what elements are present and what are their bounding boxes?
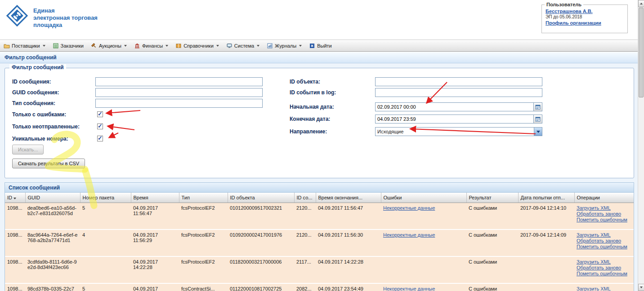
cell-end-time: 04.09.2017 14:22:28 bbox=[316, 256, 381, 283]
chevron-down-icon bbox=[537, 131, 540, 133]
menu-label: Система bbox=[234, 43, 254, 48]
reprocess-link[interactable]: Обработать заново bbox=[577, 211, 631, 217]
message-id-input[interactable] bbox=[95, 77, 263, 86]
unsent-only-checkbox[interactable] bbox=[97, 123, 103, 129]
content-area: Фильтр сообщений ID сообщения: GUID сооб… bbox=[0, 63, 638, 291]
unique-numbers-label: Уникальные номера: bbox=[12, 134, 68, 143]
load-xml-link[interactable]: Загрузить XML bbox=[577, 205, 631, 211]
load-xml-link[interactable]: Загрузить XML bbox=[577, 259, 631, 265]
scroll-down-button[interactable] bbox=[638, 284, 644, 291]
cell-object-id: 0112200010817002725 bbox=[228, 283, 294, 291]
calendar-icon[interactable] bbox=[533, 115, 542, 123]
end-date-field bbox=[375, 115, 542, 123]
mark-error-link[interactable]: Пометить ошибочным bbox=[577, 244, 631, 250]
menu-customers[interactable]: Заказчики bbox=[53, 43, 84, 49]
errors-only-checkbox[interactable] bbox=[97, 111, 103, 117]
object-id-input[interactable] bbox=[375, 77, 542, 86]
message-type-label: Тип сообщения: bbox=[12, 99, 55, 108]
reprocess-link[interactable]: Обработать заново bbox=[577, 265, 631, 271]
error-details-link[interactable]: Некорректные данные bbox=[383, 232, 435, 238]
vertical-scrollbar[interactable] bbox=[638, 0, 644, 291]
cell-type: fcsProtocolEF2 bbox=[179, 229, 228, 256]
end-date-input[interactable] bbox=[375, 115, 533, 123]
dropdown-button[interactable] bbox=[534, 128, 542, 136]
direction-value: Исходящие bbox=[376, 128, 534, 136]
direction-select[interactable]: Исходящие bbox=[375, 127, 542, 136]
menu-label: Выйти bbox=[317, 43, 332, 48]
col-errors[interactable]: Ошибки bbox=[381, 193, 466, 203]
results-panel: Список сообщений ID GUID Номер пакета Вр… bbox=[4, 182, 634, 291]
menu-label: Журналы bbox=[275, 43, 296, 48]
main-menu: Поставщики Заказчики Аукционы Финансы Сп… bbox=[0, 40, 638, 52]
col-attempt[interactable]: Дата попытки отп... bbox=[518, 193, 574, 203]
message-guid-input[interactable] bbox=[95, 88, 263, 97]
errors-only-label: Только с ошибками: bbox=[12, 110, 66, 119]
cell-attempt bbox=[518, 256, 574, 283]
menu-finance[interactable]: Финансы bbox=[134, 43, 168, 49]
calendar-icon[interactable] bbox=[533, 102, 542, 111]
menu-journals[interactable]: Журналы bbox=[267, 43, 302, 49]
scrollbar-thumb[interactable] bbox=[639, 8, 644, 97]
cell-packet: 4 bbox=[80, 229, 131, 256]
user-panel-legend: Пользователь bbox=[545, 2, 583, 7]
col-type[interactable]: Тип bbox=[179, 193, 228, 203]
object-id-label: ID объекта: bbox=[290, 77, 320, 86]
message-type-input[interactable] bbox=[95, 99, 263, 108]
cell-time: 04.09.2017 14:22:28 bbox=[131, 256, 179, 283]
col-time[interactable]: Время bbox=[131, 193, 179, 203]
mark-error-link[interactable]: Пометить ошибочным bbox=[577, 271, 631, 277]
cell-id: 1098... bbox=[5, 229, 25, 256]
log-event-id-input[interactable] bbox=[375, 88, 542, 97]
load-xml-link[interactable]: Загрузить XML bbox=[577, 232, 631, 238]
cell-id: 1098... bbox=[5, 203, 25, 229]
col-end-time[interactable]: Время окончания... bbox=[316, 193, 381, 203]
menu-auctions[interactable]: Аукционы bbox=[91, 43, 127, 49]
menu-references[interactable]: Справочники bbox=[175, 43, 219, 49]
cell-result: С ошибками bbox=[466, 203, 518, 229]
cell-attempt: 2017-09-04 12:14:09 bbox=[518, 229, 574, 256]
cell-guid: 3cdfda9b-8111-6d6e-9e2d-8d34f423ec66 bbox=[25, 256, 80, 283]
scroll-up-button[interactable] bbox=[638, 0, 644, 7]
cell-object-id: 0109200002417001976 bbox=[228, 229, 294, 256]
download-csv-button[interactable]: Скачать результаты в CSV bbox=[12, 159, 85, 168]
end-date-label: Конечная дата: bbox=[290, 115, 330, 123]
cell-type: fcsProtocolEF2 bbox=[179, 203, 228, 229]
start-date-input[interactable] bbox=[375, 102, 533, 111]
search-button[interactable]: Искать... bbox=[12, 145, 44, 154]
error-details-link[interactable]: Некорректные данные bbox=[383, 205, 435, 211]
chevron-down-icon bbox=[257, 45, 259, 47]
col-guid[interactable]: GUID bbox=[25, 193, 80, 203]
load-xml-link[interactable]: Загрузить XML bbox=[577, 286, 631, 291]
user-name-link[interactable]: Бесстрашнова А.В. bbox=[546, 9, 624, 14]
menu-label: Аукционы bbox=[99, 43, 121, 48]
unique-numbers-checkbox[interactable] bbox=[97, 136, 103, 141]
mark-error-link[interactable]: Пометить ошибочным bbox=[577, 217, 631, 223]
col-id[interactable]: ID bbox=[5, 193, 25, 203]
col-result[interactable]: Результат bbox=[466, 193, 518, 203]
cell-type: fcsProtocolEF2 bbox=[179, 256, 228, 283]
org-profile-link[interactable]: Профиль организации bbox=[546, 20, 624, 26]
reprocess-link[interactable]: Обработать заново bbox=[577, 238, 631, 244]
cell-result: С ошибками bbox=[466, 256, 518, 283]
table-row: 1098... dea0bed6-ea10-a56d-b2c7-e831d326… bbox=[5, 203, 634, 229]
col-packet[interactable]: Номер пакета bbox=[80, 193, 131, 203]
menu-label: Заказчики bbox=[61, 43, 84, 48]
chevron-down-icon bbox=[124, 45, 127, 47]
table-row: 1098... 8ac9644a-7264-e6ef-e768-a2b2a774… bbox=[5, 229, 634, 256]
cell-packet: 5 bbox=[80, 283, 131, 291]
menu-system[interactable]: Система bbox=[226, 43, 259, 49]
menu-suppliers[interactable]: Поставщики bbox=[4, 43, 45, 49]
col-object-id[interactable]: ID объекта bbox=[228, 193, 294, 203]
cell-object-id: 0101200009517002321 bbox=[228, 203, 294, 229]
error-details-link[interactable]: Некорректные данные bbox=[383, 286, 435, 291]
message-id-label: ID сообщения: bbox=[12, 77, 51, 86]
cell-operations: Загрузить XML Обработать заново Пометить… bbox=[574, 229, 634, 256]
menu-logout[interactable]: Выйти bbox=[309, 43, 332, 49]
menu-label: Поставщики bbox=[12, 43, 40, 48]
platform-logo-icon[interactable] bbox=[4, 3, 30, 28]
col-operations[interactable]: Операции bbox=[574, 193, 634, 203]
col-id-so[interactable]: ID со... bbox=[294, 193, 316, 203]
brand-line-1: Единая bbox=[33, 7, 55, 14]
chevron-down-icon bbox=[43, 45, 45, 47]
unsent-only-label: Только неотправленные: bbox=[12, 122, 80, 131]
